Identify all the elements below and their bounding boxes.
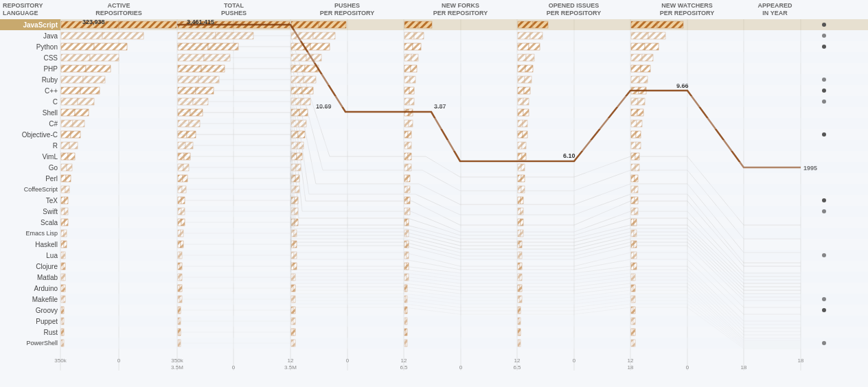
svg-text:350k: 350k [171, 357, 183, 364]
svg-rect-96 [80, 87, 100, 94]
svg-rect-29 [631, 21, 657, 28]
svg-rect-371 [291, 329, 293, 336]
svg-point-31 [822, 23, 826, 27]
svg-point-57 [822, 45, 826, 49]
svg-rect-201 [407, 175, 410, 182]
lang-ruby[interactable]: Ruby [0, 74, 60, 85]
header-opened-issues: OPENED ISSUESPER REPOSITORY [517, 2, 630, 17]
svg-rect-154 [523, 131, 527, 138]
svg-rect-353 [633, 307, 635, 314]
svg-rect-248 [291, 219, 295, 226]
svg-rect-170 [61, 153, 68, 160]
svg-rect-122 [75, 109, 89, 116]
svg-rect-45 [61, 43, 94, 50]
lang-swift[interactable]: Swift [0, 206, 60, 217]
svg-rect-101 [404, 87, 409, 94]
svg-rect-327 [631, 285, 633, 292]
svg-rect-375 [518, 329, 519, 336]
svg-text:3,461,415: 3,461,415 [187, 19, 214, 25]
svg-rect-54 [529, 43, 540, 50]
lang-shell[interactable]: Shell [0, 107, 60, 118]
lang-perl[interactable]: Perl [0, 173, 60, 184]
svg-rect-244 [61, 219, 65, 226]
svg-rect-53 [518, 43, 529, 50]
svg-rect-80 [631, 65, 641, 72]
lang-cpp[interactable]: C++ [0, 85, 60, 96]
lang-puppet[interactable]: Puppet [0, 316, 60, 327]
svg-rect-418 [60, 30, 868, 41]
svg-rect-373 [404, 329, 406, 336]
lang-tex[interactable]: TeX [0, 195, 60, 206]
svg-rect-372 [293, 329, 295, 336]
svg-rect-225 [407, 197, 410, 204]
lang-makefile[interactable]: Makefile [0, 294, 60, 305]
lang-emacs-lisp[interactable]: Emacs Lisp [0, 228, 60, 239]
svg-rect-430 [60, 294, 868, 305]
svg-rect-347 [293, 307, 295, 314]
lang-r[interactable]: R [0, 140, 60, 151]
svg-rect-24 [319, 21, 346, 28]
svg-rect-254 [631, 219, 634, 226]
lang-haskell[interactable]: Haskell [0, 239, 60, 250]
svg-rect-70 [61, 65, 86, 72]
svg-rect-195 [66, 175, 71, 182]
lang-scala[interactable]: Scala [0, 217, 60, 228]
svg-rect-228 [631, 197, 635, 204]
svg-rect-278 [631, 241, 634, 248]
svg-rect-429 [60, 272, 868, 283]
lang-powershell[interactable]: PowerShell [0, 338, 60, 349]
lang-clojure[interactable]: Clojure [0, 261, 60, 272]
svg-text:3.5M: 3.5M [171, 364, 183, 371]
svg-rect-205 [635, 175, 638, 182]
svg-rect-78 [518, 65, 525, 72]
svg-rect-152 [408, 131, 411, 138]
header-active-repos: ACTIVEREPOSITORIES [60, 2, 177, 17]
lang-rust[interactable]: Rust [0, 327, 60, 338]
parallel-coordinates-chart: REPOSITORYLANGUAGE ACTIVEREPOSITORIES TO… [0, 0, 868, 387]
svg-rect-145 [61, 131, 71, 138]
svg-text:0: 0 [459, 364, 463, 371]
svg-text:0: 0 [346, 357, 350, 364]
lang-java[interactable]: Java [0, 30, 60, 41]
lang-c[interactable]: C [0, 96, 60, 107]
svg-point-354 [822, 308, 826, 312]
svg-rect-23 [291, 21, 319, 28]
svg-rect-431 [60, 316, 868, 327]
lang-arduino[interactable]: Arduino [0, 283, 60, 294]
header-lang: REPOSITORYLANGUAGE [0, 2, 60, 17]
lang-groovy[interactable]: Groovy [0, 305, 60, 316]
svg-rect-326 [520, 285, 522, 292]
svg-rect-245 [65, 219, 68, 226]
lang-objective-c[interactable]: Objective-C [0, 129, 60, 140]
svg-rect-376 [519, 329, 521, 336]
svg-rect-294 [63, 263, 65, 270]
svg-point-157 [822, 132, 826, 137]
svg-rect-46 [94, 43, 127, 50]
svg-rect-423 [60, 140, 868, 151]
svg-rect-252 [518, 219, 521, 226]
svg-rect-253 [521, 219, 523, 226]
header-row: REPOSITORYLANGUAGE ACTIVEREPOSITORIES TO… [0, 0, 868, 19]
header-new-watchers: NEW WATCHERSPER REPOSITORY [630, 2, 744, 17]
lang-viml[interactable]: VimL [0, 151, 60, 162]
lang-python[interactable]: Python [0, 41, 60, 52]
svg-rect-51 [404, 43, 413, 50]
svg-text:12: 12 [288, 357, 294, 364]
lang-go[interactable]: Go [0, 162, 60, 173]
lang-matlab[interactable]: Matlab [0, 272, 60, 283]
lang-php[interactable]: PHP [0, 63, 60, 74]
lang-javascript[interactable]: JavaScript [0, 19, 60, 30]
svg-rect-428 [60, 250, 868, 261]
lang-coffeescript[interactable]: CoffeeScript [0, 184, 60, 195]
lang-css[interactable]: CSS [0, 52, 60, 63]
svg-rect-95 [61, 87, 80, 94]
svg-rect-194 [61, 175, 66, 182]
svg-rect-155 [631, 131, 636, 138]
svg-rect-76 [404, 65, 411, 72]
svg-rect-146 [71, 131, 80, 138]
header-total-pushes: TOTALPUSHES [177, 2, 290, 17]
svg-rect-27 [518, 21, 533, 28]
lang-csharp[interactable]: C# [0, 118, 60, 129]
svg-rect-346 [291, 307, 293, 314]
lang-lua[interactable]: Lua [0, 250, 60, 261]
